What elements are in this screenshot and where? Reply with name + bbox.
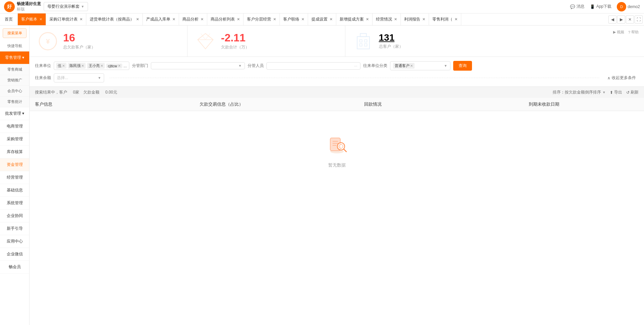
sidebar-item-new-guide[interactable]: 新手引导 [0, 222, 29, 235]
close-icon[interactable]: ✕ [394, 17, 397, 22]
tag-cjttcw[interactable]: cjttcw ✕ [106, 64, 122, 68]
svg-rect-8 [360, 39, 362, 42]
stat-number-total: 131 [379, 33, 403, 42]
nav-expand-btn[interactable]: ⛶ [635, 15, 643, 24]
sidebar-item-vip-member[interactable]: 畅会员 [0, 261, 29, 274]
query-btn[interactable]: 查询 [453, 61, 472, 71]
tab-cost-storage[interactable]: 产成品入库单 ✕ [143, 13, 179, 26]
svg-text:¥: ¥ [46, 37, 50, 45]
export-btn[interactable]: ⬆ 导出 [610, 89, 622, 95]
sidebar-item-operations[interactable]: 经营管理 [0, 171, 29, 184]
video-help-btn[interactable]: ▶ 视频 [613, 30, 624, 35]
col-header-customer: 客户信息 [35, 101, 200, 107]
sidebar-item-member-center[interactable]: 会员中心 [0, 86, 29, 97]
sidebar-item-ecommerce[interactable]: 电商管理 [0, 120, 29, 133]
sidebar-item-inventory[interactable]: 库存核算 [0, 146, 29, 158]
sidebar-item-purchase[interactable]: 采购管理 [0, 133, 29, 146]
manager-more-icon: ··· [354, 64, 357, 68]
nav-next-btn[interactable]: ▶ [617, 15, 625, 24]
unit-balance-select[interactable]: 选择... ▼ [54, 73, 104, 82]
tag-wang[interactable]: 王小亮 ✕ [87, 63, 105, 69]
close-icon[interactable]: ✕ [422, 17, 425, 22]
tab-customer-layer[interactable]: 客户分层经营 ✕ [244, 13, 280, 26]
sidebar-item-retail-mall[interactable]: 零售商城 [0, 64, 29, 75]
tag-close-wu[interactable]: ✕ [62, 64, 65, 68]
tab-purchase-stats[interactable]: 进货单统计表（按商品） ✕ [86, 13, 143, 26]
close-icon[interactable]: ✕ [455, 17, 458, 22]
more-tags-btn[interactable]: ... [124, 64, 127, 68]
unit-tags-input[interactable]: 伍 ✕ 陈民强 ✕ 王小亮 ✕ cjttcw ✕ ... [54, 62, 129, 70]
tag-close-chen[interactable]: ✕ [81, 64, 84, 68]
close-icon[interactable]: ✕ [330, 17, 333, 22]
search-menu-btn[interactable]: 搜索菜单 [3, 28, 27, 38]
empty-icon [324, 131, 350, 158]
help-btn[interactable]: ? 帮助 [628, 30, 639, 35]
close-icon[interactable]: ✕ [301, 17, 304, 22]
tab-purchase-order[interactable]: 采购订单统计表 ✕ [46, 13, 86, 26]
sidebar-item-app-center[interactable]: 应用中心 [0, 235, 29, 248]
nav-prev-btn[interactable]: ◀ [608, 15, 616, 24]
close-icon[interactable]: ✕ [136, 17, 139, 22]
stat-card-total: 131 总客户（家） ▶ 视频 ? 帮助 [345, 26, 644, 57]
tab-home[interactable]: 首页 [0, 13, 18, 26]
tab-improve-settings[interactable]: 提成设置 ✕ [308, 13, 336, 26]
stat-label-debt: 欠款合计（万） [221, 44, 249, 50]
unit-class-tag-close[interactable]: ✕ [410, 64, 413, 68]
close-icon[interactable]: ✕ [201, 17, 204, 22]
sort-select[interactable]: 排序：按欠款金额倒序排序 ▼ [553, 89, 606, 95]
message-icon: 💬 [570, 4, 575, 9]
sidebar-item-enterprise-wechat[interactable]: 企业微信 [0, 248, 29, 261]
dept-label: 分管部门 [132, 63, 148, 69]
nav-close-all-btn[interactable]: ✕ [626, 15, 634, 24]
sidebar-item-finance[interactable]: 资金管理 [0, 158, 29, 171]
empty-state: 暂无数据 [30, 111, 644, 188]
tab-retail-profit[interactable]: 零售利润（ ✕ [429, 13, 461, 26]
sidebar-item-retail-stats[interactable]: 零售统计 [0, 97, 29, 107]
dept-select[interactable]: ▼ [151, 62, 245, 69]
sidebar-item-sys-mgmt[interactable]: 系统管理 [0, 197, 29, 210]
user-menu[interactable]: D demo2 [617, 2, 640, 11]
main-layout: 搜索菜单 快捷导航 零售管理 ▾ 零售商城 营销推广 会员中心 零售统计 批发管… [0, 26, 644, 325]
sidebar-item-wholesale[interactable]: 批发管理 ▾ [0, 107, 29, 120]
tab-business-stats[interactable]: 经营情况 ✕ [373, 13, 401, 26]
stat-values-debt: -2.11 欠款合计（万） [221, 32, 249, 50]
close-icon[interactable]: ✕ [39, 17, 42, 22]
logo-icon: 好 [4, 1, 15, 12]
refresh-btn[interactable]: ↺ 刷新 [626, 89, 639, 95]
unit-class-tag[interactable]: 普通客户 ✕ [393, 63, 415, 69]
stat-card-debt: -2.11 欠款合计（万） [187, 26, 345, 57]
tab-customer-book[interactable]: 客户账本 ✕ [18, 13, 46, 26]
collapse-btn[interactable]: ∧ 收起更多条件 [605, 74, 639, 82]
sidebar-item-base-info[interactable]: 基础信息 [0, 184, 29, 197]
app-download-btn[interactable]: 📱 App下载 [590, 4, 611, 9]
tab-profit-report[interactable]: 利润报告 ✕ [401, 13, 429, 26]
tag-close-cjttcw[interactable]: ✕ [118, 64, 121, 68]
tag-close-wang[interactable]: ✕ [100, 64, 103, 68]
tag-wu[interactable]: 伍 ✕ [56, 63, 67, 69]
table-area: 客户信息 欠款交易信息（占比） 回款情况 到期未收款日期 [30, 98, 644, 325]
filter-row-2: 往来余额 选择... ▼ ∧ 收起更多条件 [35, 73, 639, 82]
close-icon[interactable]: ✕ [80, 17, 83, 22]
unit-class-select[interactable]: 普通客户 ✕ ▼ [390, 61, 450, 70]
close-icon[interactable]: ✕ [273, 17, 276, 22]
manager-select[interactable]: ··· [266, 62, 360, 70]
close-icon[interactable]: ✕ [366, 17, 369, 22]
tab-product-analysis-list[interactable]: 商品分析列表 ✕ [207, 13, 244, 26]
close-icon[interactable]: ✕ [172, 17, 175, 22]
message-btn[interactable]: 💬 消息 [570, 4, 585, 9]
tab-customer-contact[interactable]: 客户联络 ✕ [280, 13, 308, 26]
stat-values-customers: 16 总欠款客户（家） [63, 32, 95, 50]
tab-product-analysis[interactable]: 商品分析 ✕ [179, 13, 207, 26]
stat-values-total: 131 总客户（家） [379, 33, 403, 49]
sort-chevron-icon: ▼ [602, 91, 606, 94]
stat-label-customers: 总欠款客户（家） [63, 44, 95, 50]
store-selector[interactable]: 母婴行业演示帐套 ▼ [44, 2, 88, 11]
svg-rect-9 [364, 39, 367, 42]
sidebar-item-enterprise-collab[interactable]: 企业协同 [0, 210, 29, 222]
sidebar-quick-nav[interactable]: 快捷导航 [0, 41, 29, 51]
tab-new-achievement[interactable]: 新增提成方案 ✕ [336, 13, 373, 26]
close-icon[interactable]: ✕ [237, 17, 240, 22]
sidebar-item-retail-mgmt[interactable]: 零售管理 ▾ [0, 51, 29, 64]
tag-chen[interactable]: 陈民强 ✕ [68, 63, 86, 69]
sidebar-item-marketing[interactable]: 营销推广 [0, 75, 29, 86]
